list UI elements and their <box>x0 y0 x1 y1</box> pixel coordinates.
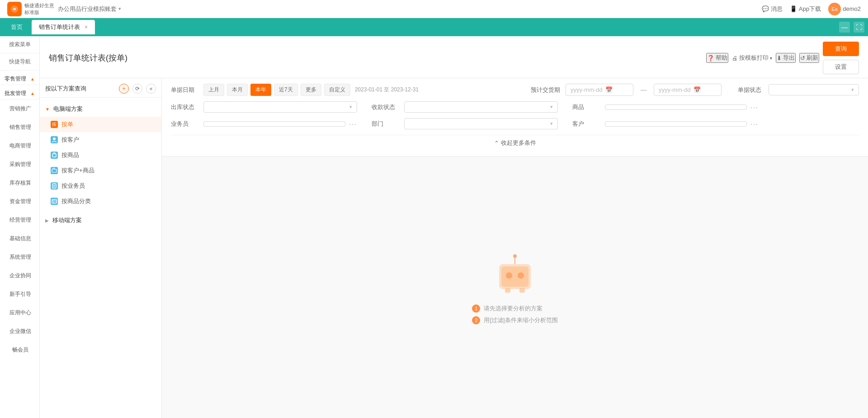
tab-home[interactable]: 首页 <box>4 20 30 34</box>
sidebar-item-operations[interactable]: 经营管理 <box>0 211 39 229</box>
date-btn-last-month[interactable]: 上月 <box>203 84 224 96</box>
tabbar: 首页 销售订单统计表 × — ⛶ <box>0 18 868 36</box>
date-btn-more[interactable]: 更多 <box>301 84 321 96</box>
tab-actions: — ⛶ <box>839 22 864 33</box>
svg-point-16 <box>513 254 517 258</box>
goods-more-icon[interactable]: ··· <box>750 104 759 111</box>
scheme-parent-mobile[interactable]: ▶ 移动端方案 <box>40 213 161 228</box>
scheme-item-by-category[interactable]: 按商品分类 <box>40 194 161 209</box>
scheme-parent-desktop[interactable]: ▼ 电脑端方案 <box>40 101 161 117</box>
sidebar-item-purchase[interactable]: 采购管理 <box>0 155 39 174</box>
user-menu[interactable]: Ea demo2 <box>828 3 861 15</box>
tab-sales-statistics[interactable]: 销售订单统计表 × <box>32 20 95 34</box>
calendar-end-icon: 📅 <box>693 86 701 93</box>
ship-status-label: 出库状态 <box>171 103 196 111</box>
settings-button[interactable]: 设置 <box>823 60 859 74</box>
logo-text: 畅捷通好生意 标准版 <box>24 2 54 15</box>
query-button[interactable]: 查询 <box>823 42 859 56</box>
expected-date-label: 预计交货期 <box>531 86 560 94</box>
help-icon: ❓ <box>707 55 714 62</box>
salesman-input[interactable] <box>203 121 345 127</box>
ship-chevron-icon: ▾ <box>349 104 352 110</box>
sidebar-item-wechat[interactable]: 企业微信 <box>0 322 39 341</box>
date-btn-custom[interactable]: 自定义 <box>324 84 350 96</box>
customer-input[interactable] <box>605 121 747 127</box>
content: 销售订单统计表(按单) ❓ 帮助 🖨 按模板打印 ▾ ⬇ 导出 ↺ 刷新 <box>40 36 868 418</box>
scheme-icon-by-cg <box>51 167 58 174</box>
goods-label: 商品 <box>572 103 598 111</box>
template-print-button[interactable]: 🖨 按模板打印 ▾ <box>732 54 772 62</box>
collapse-panel-button[interactable]: « <box>146 84 156 94</box>
date-placeholder-end: yyyy-mm-dd <box>659 86 691 93</box>
scheme-icon-by-order: 按 <box>51 121 58 128</box>
topbar-right: 💬 消息 📱 App下载 Ea demo2 <box>762 3 861 15</box>
scheme-icon-by-customer <box>51 136 58 143</box>
collect-status-select[interactable]: ▾ <box>404 101 558 113</box>
sidebar-item-system[interactable]: 系统管理 <box>0 248 39 266</box>
date-separator: — <box>639 86 648 93</box>
export-icon: ⬇ <box>777 55 782 62</box>
minimize-icon: — <box>841 24 848 31</box>
app-download-button[interactable]: 📱 App下载 <box>790 5 821 13</box>
template-chevron-icon: ▾ <box>770 56 772 61</box>
empty-state: 1 请先选择要分析的方案 2 用[过滤]条件来缩小分析范围 <box>162 157 868 418</box>
message-icon: 💬 <box>762 5 769 12</box>
sidebar-item-retail[interactable]: 零售管理 ▲ <box>0 71 39 85</box>
topbar-left: 畅捷通好生意 标准版 办公用品行业模拟账套 ▾ <box>7 2 121 16</box>
print-icon: 🖨 <box>732 55 738 62</box>
scheme-item-by-salesman[interactable]: 按业务员 <box>40 178 161 194</box>
sidebar-item-sales[interactable]: 销售管理 <box>0 118 39 137</box>
tab-close-icon[interactable]: × <box>85 24 88 30</box>
left-panel-actions: + ⟳ « <box>119 84 156 94</box>
sidebar-item-wholesale[interactable]: 批发管理 ▲ <box>0 85 39 100</box>
sidebar-item-collaboration[interactable]: 企业协同 <box>0 266 39 285</box>
maximize-icon: ⛶ <box>856 24 862 31</box>
svg-point-14 <box>518 272 524 279</box>
sidebar-item-appstore[interactable]: 应用中心 <box>0 304 39 322</box>
date-btn-this-month[interactable]: 本月 <box>227 84 248 96</box>
sidebar-item-marketing[interactable]: 营销推广 <box>0 100 39 118</box>
retail-arrow-icon: ▲ <box>30 76 35 81</box>
left-panel-header: 按以下方案查询 + ⟳ « <box>40 84 161 98</box>
collapse-filter-button[interactable]: ⌃ 收起更多条件 <box>171 135 859 151</box>
add-scheme-button[interactable]: + <box>119 84 129 94</box>
expected-date-start-input[interactable]: yyyy-mm-dd 📅 <box>566 84 633 96</box>
tab-minimize-button[interactable]: — <box>839 22 850 33</box>
left-panel-title: 按以下方案查询 <box>45 85 119 93</box>
sidebar-item-membership[interactable]: 畅会员 <box>0 341 39 359</box>
bill-status-select[interactable]: ▾ <box>769 84 859 95</box>
sidebar-item-finance[interactable]: 资金管理 <box>0 192 39 211</box>
customer-more-icon[interactable]: ··· <box>750 120 759 128</box>
scheme-item-by-order[interactable]: 按 按单 <box>40 117 161 132</box>
scheme-item-by-goods[interactable]: 按商品 <box>40 147 161 163</box>
refresh-scheme-button[interactable]: ⟳ <box>132 84 142 94</box>
salesman-more-icon[interactable]: ··· <box>349 120 357 128</box>
scheme-expand-icon: ▼ <box>45 107 50 112</box>
dept-select[interactable]: ▾ <box>404 118 558 129</box>
goods-input[interactable] <box>605 104 747 110</box>
expected-date-end-input[interactable]: yyyy-mm-dd 📅 <box>654 84 722 96</box>
export-button[interactable]: ⬇ 导出 <box>776 53 796 63</box>
ship-status-select[interactable]: ▾ <box>203 101 357 113</box>
empty-step-1: 1 请先选择要分析的方案 <box>472 303 557 314</box>
refresh-button[interactable]: ↺ 刷新 <box>799 53 819 63</box>
sidebar-item-ecommerce[interactable]: 电商管理 <box>0 137 39 155</box>
sidebar-quick-nav[interactable]: 快捷导航 <box>0 53 39 71</box>
date-btn-7days[interactable]: 近7天 <box>274 84 298 96</box>
tab-maximize-button[interactable]: ⛶ <box>854 22 864 33</box>
date-btn-this-year[interactable]: 本年 <box>250 84 271 96</box>
wholesale-arrow-icon: ▲ <box>30 91 35 96</box>
help-button[interactable]: ❓ 帮助 <box>706 53 728 63</box>
scheme-item-by-customer-goods[interactable]: 按客户+商品 <box>40 163 161 178</box>
empty-steps: 1 请先选择要分析的方案 2 用[过滤]条件来缩小分析范围 <box>472 303 557 326</box>
scheme-item-by-customer[interactable]: 按客户 <box>40 132 161 147</box>
message-button[interactable]: 💬 消息 <box>762 5 783 13</box>
sidebar-search[interactable]: 搜索菜单 <box>0 36 39 53</box>
sidebar-item-basic-info[interactable]: 基础信息 <box>0 229 39 248</box>
breadcrumb[interactable]: 办公用品行业模拟账套 ▾ <box>58 5 121 13</box>
breadcrumb-chevron-icon[interactable]: ▾ <box>118 6 121 12</box>
sidebar-item-inventory[interactable]: 库存核算 <box>0 174 39 192</box>
sidebar-item-onboarding[interactable]: 新手引导 <box>0 285 39 304</box>
scheme-icon-by-salesman <box>51 182 58 190</box>
date-label: 单据日期 <box>171 86 196 94</box>
